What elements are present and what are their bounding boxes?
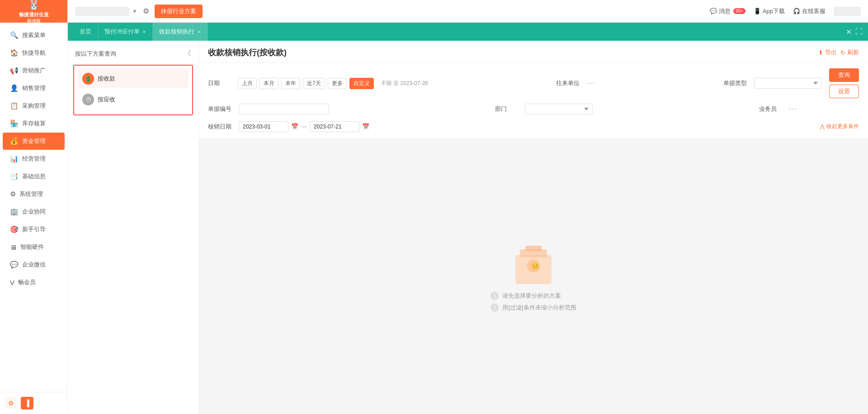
industry-solution-button[interactable]: 休假行业方案 (155, 5, 203, 18)
sidebar-item-basic[interactable]: 📑基础信息 (3, 168, 65, 185)
topbar: ▼ ⚙ 休假行业方案 💬 消息 99+ 📱 App下载 🎧 在线客服 (68, 0, 868, 23)
export-button[interactable]: ⬆ 导出 (818, 48, 837, 57)
sidebar-item-shortcut-label: 快捷导航 (22, 49, 46, 57)
by-payable-icon: ⏱ (82, 94, 94, 105)
page-title: 收款核销执行(按收款) (208, 47, 287, 58)
sidebar-item-marketing[interactable]: 📢营销推广 (3, 62, 65, 79)
inventory-icon: 🏪 (10, 119, 19, 128)
verify-date-start-calendar-icon[interactable]: 📅 (291, 123, 298, 130)
hint-text-2: 用[过滤]条件来缩小分析范围 (502, 304, 576, 312)
message-label: 消息 (719, 7, 731, 15)
topbar-right: 💬 消息 99+ 📱 App下载 🎧 在线客服 (710, 7, 861, 16)
by-payable-label: 按应收 (98, 95, 115, 104)
hint-num-1: 1 (491, 292, 499, 300)
sidebar-item-inventory[interactable]: 🏪库存核算 (3, 115, 65, 132)
sidebar-item-basic-label: 基础信息 (22, 172, 46, 181)
verify-date-end-calendar-icon[interactable]: 📅 (362, 123, 369, 130)
dept-select[interactable] (525, 104, 593, 114)
date-more-button[interactable]: 更多 (328, 78, 347, 89)
date-last7days-button[interactable]: 近7天 (303, 78, 325, 89)
sidebar-item-enterprise[interactable]: 🏢企业协同 (3, 203, 65, 220)
sidebar-item-operation[interactable]: 📊经营管理 (3, 150, 65, 167)
sidebar-item-inventory-label: 库存核算 (22, 119, 46, 128)
member-icon: V (10, 279, 14, 286)
left-panel-header: 按以下方案查询 《 (73, 46, 193, 61)
topbar-gear-icon[interactable]: ⚙ (143, 7, 149, 15)
purchase-icon: 📋 (10, 102, 19, 110)
tab-home[interactable]: 首页 (73, 23, 98, 41)
sidebar-nav: 🔍搜索菜单🏠快捷导航📢营销推广👤销售管理📋采购管理🏪库存核算💰资金管理📊经营管理… (0, 23, 67, 392)
tab-home-label: 首页 (80, 28, 91, 36)
page-body: 按以下方案查询 《 💲 按收款 ⏱ 按应收 收款核销执行(按收款) (68, 41, 868, 414)
sidebar-bottom: ⚙ ▐ (0, 392, 67, 414)
date-last-month-button[interactable]: 上月 (238, 78, 257, 89)
right-content: 收款核销执行(按收款) ⬆ 导出 ↻ 刷新 日期 上 (199, 41, 868, 414)
verify-date-range: 📅 — 📅 (239, 121, 369, 132)
app-logo: 🐰 畅捷通好生意 标准版 (0, 0, 67, 23)
sidebar-item-hardware[interactable]: 🖥智能硬件 (3, 238, 65, 256)
company-dropdown-icon[interactable]: ▼ (132, 8, 137, 14)
sidebar-item-system-label: 系统管理 (19, 190, 43, 198)
filter-row-date: 日期 上月 本月 本年 近7天 更多 自定义 不限 至 2023-07-26 往… (208, 68, 859, 98)
date-this-year-button[interactable]: 本年 (281, 78, 300, 89)
by-receipt-icon: 💲 (82, 73, 94, 85)
tab-prepay-close-icon[interactable]: ✕ (142, 29, 146, 34)
hardware-icon: 🖥 (10, 243, 17, 251)
filter-option-by-payable[interactable]: ⏱ 按应收 (78, 90, 189, 109)
sidebar-item-shortcut[interactable]: 🏠快捷导航 (3, 44, 65, 62)
date-custom-button[interactable]: 自定义 (349, 78, 374, 89)
collapse-more-conditions-button[interactable]: ⋀ 收起更多条件 (820, 120, 859, 133)
sidebar-item-finance[interactable]: 💰资金管理 (3, 133, 65, 150)
sidebar-item-wechat-label: 企业微信 (22, 261, 46, 269)
svg-rect-2 (525, 246, 542, 251)
left-panel-collapse-button[interactable]: 《 (184, 49, 191, 58)
verify-date-end-input[interactable] (310, 121, 359, 132)
sidebar-item-search[interactable]: 🔍搜索菜单 (3, 27, 65, 44)
sidebar-item-guide[interactable]: 🎯新手引导 (3, 221, 65, 238)
page-title-actions: ⬆ 导出 ↻ 刷新 (818, 48, 859, 57)
tab-prepay[interactable]: 预付冲应付单 ✕ (98, 23, 153, 41)
sidebar-item-sales[interactable]: 👤销售管理 (3, 80, 65, 97)
date-range-separator: — (301, 123, 307, 130)
filter-area: 日期 上月 本月 本年 近7天 更多 自定义 不限 至 2023-07-26 往… (199, 63, 868, 139)
staff-filter-label: 业务员 (759, 105, 782, 113)
app-download-button[interactable]: 📱 App下载 (754, 7, 785, 15)
verify-date-start-input[interactable] (239, 121, 288, 132)
doc-num-input[interactable] (239, 104, 329, 114)
user-info-blurred[interactable] (834, 7, 861, 16)
date-this-month-button[interactable]: 本月 (259, 78, 278, 89)
hint-num-2: 2 (491, 304, 499, 312)
online-service-button[interactable]: 🎧 在线客服 (793, 7, 826, 15)
sidebar-item-wechat[interactable]: 💬企业微信 (3, 256, 65, 273)
settings-icon[interactable]: ⚙ (5, 397, 17, 409)
date-quick-buttons: 上月 本月 本年 近7天 更多 自定义 (238, 78, 374, 89)
tab-collection-close-icon[interactable]: ✕ (197, 29, 201, 34)
refresh-button[interactable]: ↻ 刷新 (840, 48, 859, 57)
tab-collection[interactable]: 收款核销执行 ✕ (153, 23, 208, 41)
by-receipt-label: 按收款 (98, 75, 115, 83)
filter-option-by-receipt[interactable]: 💲 按收款 (78, 69, 189, 88)
sidebar: 🐰 畅捷通好生意 标准版 🔍搜索菜单🏠快捷导航📢营销推广👤销售管理📋采购管理🏪库… (0, 0, 68, 414)
verify-date-filter-label: 核销日期 (208, 123, 231, 131)
sidebar-item-purchase[interactable]: 📋采购管理 (3, 97, 65, 114)
message-button[interactable]: 💬 消息 99+ (710, 7, 745, 15)
sales-icon: 👤 (10, 84, 19, 92)
expand-window-icon[interactable]: ⛶ (855, 28, 863, 36)
sidebar-item-guide-label: 新手引导 (22, 225, 46, 233)
finance-icon: 💰 (10, 137, 19, 145)
sidebar-item-system[interactable]: ⚙系统管理 (3, 186, 65, 203)
sidebar-item-member[interactable]: V畅会员 (3, 274, 65, 291)
collapse-sidebar-button[interactable]: ▐ (21, 397, 33, 409)
empty-svg-illustration: 😕 (506, 241, 561, 286)
counterpart-select-button[interactable]: ··· (587, 79, 595, 87)
filter-row-verify-date: 核销日期 📅 — 📅 ⋀ 收起更多条件 (208, 120, 859, 133)
search-icon: 🔍 (10, 31, 19, 39)
query-button[interactable]: 查询 (829, 68, 859, 82)
setting-button[interactable]: 设置 (829, 85, 859, 98)
doc-type-select[interactable] (754, 78, 822, 89)
staff-select-button[interactable]: ··· (789, 105, 797, 113)
empty-illustration: 😕 (506, 241, 561, 286)
refresh-label: 刷新 (847, 48, 859, 57)
close-window-icon[interactable]: ✕ (846, 28, 852, 36)
tab-prepay-label: 预付冲应付单 (104, 28, 140, 36)
